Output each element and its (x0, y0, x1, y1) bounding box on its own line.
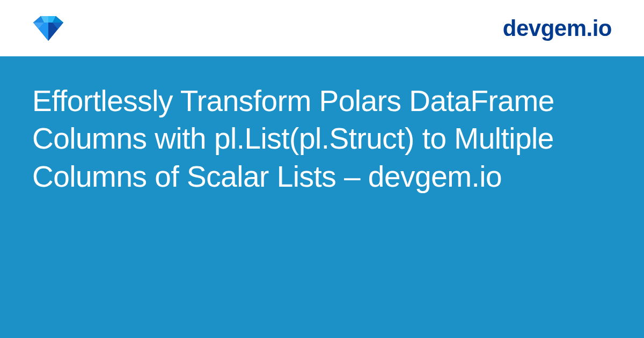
page-title: Effortlessly Transform Polars DataFrame … (32, 82, 612, 195)
brand-name: devgem.io (503, 16, 612, 41)
content-area: Effortlessly Transform Polars DataFrame … (0, 56, 644, 338)
gem-logo-icon (32, 15, 64, 42)
header-bar: devgem.io (0, 0, 644, 56)
page-container: devgem.io Effortlessly Transform Polars … (0, 0, 644, 338)
